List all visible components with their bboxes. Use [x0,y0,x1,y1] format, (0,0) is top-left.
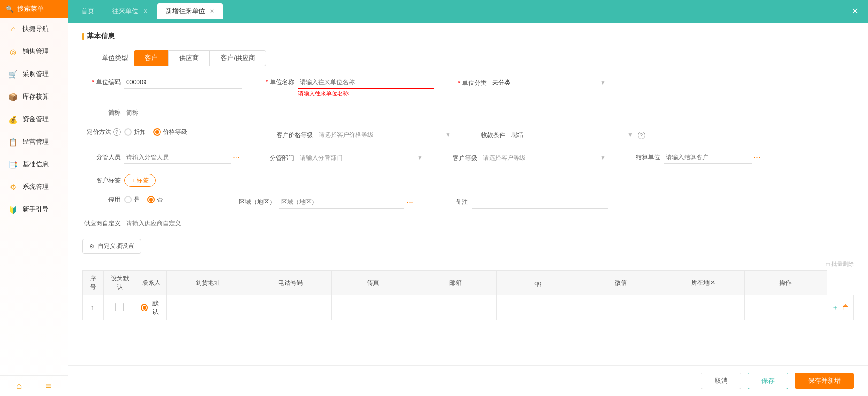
pricing-method-value: 折扣 价格等级 [124,128,260,136]
sidebar-item-sales[interactable]: ◎ 销售管理 [0,40,68,63]
sidebar-item-purchase[interactable]: 🛒 采购管理 [0,63,68,85]
add-tag-button[interactable]: + 标签 [124,174,156,187]
region-dots-button[interactable]: ··· [404,197,415,207]
unit-category-value: 未分类 ▼ [490,76,608,90]
supplier-custom-input[interactable] [124,217,270,230]
sidebar-item-finance[interactable]: 💰 资金管理 [0,108,68,131]
field-disabled: 停用 是 否 [82,195,223,204]
region-input[interactable] [279,195,404,209]
save-new-button[interactable]: 保存并新增 [795,373,854,389]
payment-terms-arrow: ▼ [627,132,633,138]
short-name-input[interactable] [124,106,242,119]
tab-home[interactable]: 首页 [73,3,103,19]
unit-type-btn-both[interactable]: 客户/供应商 [210,50,266,66]
manager-dots-button[interactable]: ··· [231,153,242,163]
remarks-value [472,195,608,209]
unit-type-btn-customer[interactable]: 客户 [134,50,168,66]
remarks-label: 备注 [429,198,472,206]
row-region[interactable] [744,295,827,320]
unit-category-label: 单位分类 [448,79,490,87]
col-微信: 微信 [579,271,662,295]
payment-help-icon[interactable]: ? [638,132,645,139]
operations-icon: 📋 [8,137,18,147]
row-delete-icon[interactable]: 🗑 [842,303,849,312]
tab-bar: 首页往来单位✕新增往来单位✕ ✕ [68,0,868,23]
field-customer-level: 客户等级 请选择客户等级 ▼ [439,151,608,165]
sidebar-label-basic-info: 基础信息 [23,160,49,169]
unit-code-label: 单位编码 [82,78,124,86]
row-default[interactable]: 默认 [136,295,166,320]
sidebar-item-system[interactable]: ⚙ 系统管理 [0,176,68,198]
sidebar-settings-icon[interactable]: ≡ [46,380,51,391]
tab-partners[interactable]: 往来单位✕ [104,3,156,19]
window-close-button[interactable]: ✕ [847,6,863,16]
unit-name-value [298,76,434,89]
customer-price-level-select[interactable]: 请选择客户价格等级 ▼ [317,128,453,142]
sidebar-label-guide: 新手引导 [23,205,49,214]
main-area: 首页往来单位✕新增往来单位✕ ✕ 基本信息 单位类型 客户供应商客户/供应商 单… [68,0,868,396]
disabled-circle-no [147,196,155,203]
short-name-value [124,106,242,119]
pricing-radio-price-level[interactable]: 价格等级 [153,128,187,136]
row-phone[interactable] [332,295,414,320]
contacts-table: 序号设为默认联系人到货地址电话号码传真邮箱qq微信所在地区操作 1 默认 ＋ 🗑 [82,270,854,320]
batch-delete-icon: □ [826,261,830,268]
unit-type-btn-supplier[interactable]: 供应商 [168,50,210,66]
col-设为默认: 设为默认 [104,271,136,295]
supplier-custom-label: 供应商自定义 [82,219,124,228]
tab-new-partner[interactable]: 新增往来单位✕ [157,3,223,19]
sidebar-label-purchase: 采购管理 [23,70,49,78]
section-title-text: 基本信息 [87,32,115,41]
tab-close-new-partner[interactable]: ✕ [210,8,214,15]
customer-level-select[interactable]: 请选择客户等级 ▼ [481,151,608,165]
form-row-7: 供应商自定义 [82,217,854,230]
row-add-icon[interactable]: ＋ [832,303,838,312]
field-region: 区域（地区） ··· [237,195,415,209]
unit-code-input[interactable]: 000009 [124,76,242,89]
disabled-radio-no[interactable]: 否 [147,195,163,204]
row-qq[interactable] [579,295,662,320]
row-fax[interactable] [414,295,497,320]
payment-terms-select[interactable]: 现结 ▼ [509,128,635,142]
settlement-input[interactable] [664,151,752,164]
pricing-radio-discount[interactable]: 折扣 [124,128,146,136]
sidebar-search[interactable]: 🔍 搜索菜单 [0,0,68,18]
payment-terms-value: 现结 ▼ [509,128,635,142]
inventory-icon: 📦 [8,92,18,101]
disabled-label-no: 否 [157,195,163,204]
customer-price-level-value: 请选择客户价格等级 ▼ [317,128,453,142]
unit-name-label: 单位名称 [256,78,298,86]
manager-input[interactable] [124,151,231,164]
sidebar-item-inventory[interactable]: 📦 库存核算 [0,85,68,108]
form-row-5: 客户标签 + 标签 [82,174,854,187]
settlement-dots-button[interactable]: ··· [752,153,762,163]
field-supplier-custom: 供应商自定义 [82,217,270,230]
batch-delete-label[interactable]: 批量删除 [831,260,854,268]
sidebar-item-basic-info[interactable]: 📑 基础信息 [0,153,68,176]
cancel-button[interactable]: 取消 [701,373,741,389]
save-button[interactable]: 保存 [748,373,788,389]
tab-close-partners[interactable]: ✕ [143,8,148,15]
row-checkbox[interactable] [104,295,136,320]
col-传真: 传真 [332,271,414,295]
row-wechat[interactable] [662,295,745,320]
department-select[interactable]: 请输入分管部门 ▼ [298,151,425,165]
sidebar-item-guide[interactable]: 🔰 新手引导 [0,198,68,221]
custom-settings-button[interactable]: ⚙ 自定义项设置 [82,239,141,254]
row-email[interactable] [496,295,579,320]
sidebar-home-icon[interactable]: ⌂ [16,380,22,391]
batch-delete-area: □ 批量删除 [82,260,854,268]
disabled-radio-group: 是 否 [124,195,223,204]
guide-icon: 🔰 [8,205,18,214]
customer-price-level-label: 客户价格等级 [274,131,317,140]
unit-name-input[interactable] [298,76,434,89]
sidebar-item-quick-nav[interactable]: ⌂ 快捷导航 [0,18,68,40]
unit-category-select[interactable]: 未分类 ▼ [490,76,608,90]
pricing-help-icon[interactable]: ? [113,128,121,136]
supplier-custom-value [124,217,270,230]
row-contact[interactable] [167,295,249,320]
row-address[interactable] [249,295,332,320]
sidebar-item-operations[interactable]: 📋 经营管理 [0,131,68,153]
remarks-input[interactable] [472,195,608,209]
disabled-radio-yes[interactable]: 是 [124,195,140,204]
